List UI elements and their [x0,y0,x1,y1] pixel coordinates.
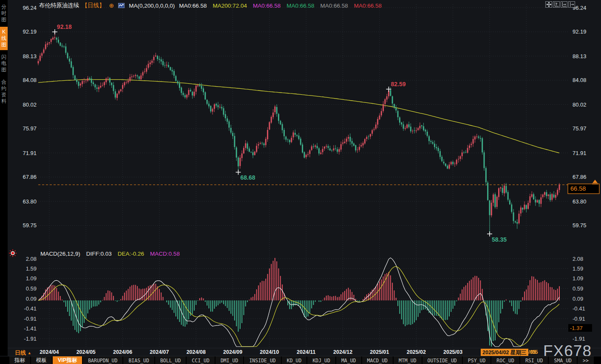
candle-body [207,100,208,104]
macd-bar [137,286,138,300]
scale-x-icon[interactable] [561,1,567,8]
candle-body [282,124,283,130]
candle-body [155,56,156,56]
macd-bar [473,277,473,300]
macd-axis-label-right: -0.91 [573,316,585,322]
sidebar-tab-2[interactable]: 闪 电 图 [0,52,8,75]
toolbar-tab-DMI_UD[interactable]: DMI_UD [215,356,244,364]
candle-body [293,133,294,138]
candle-body [256,146,257,152]
macd-bar [396,298,397,300]
macd-bar [304,300,305,317]
candle-body [335,148,336,149]
toolbar-tab-CCI_UD[interactable]: CCI_UD [187,356,215,364]
chart-plot[interactable]: 2024/042024/052024/062024/072024/082024/… [0,0,601,364]
candle-body [451,162,452,164]
toolbar-tab-RSI_UD[interactable]: RSI_UD [520,356,549,364]
macd-bar [335,296,336,301]
toolbar-tab->>[interactable]: >> [578,356,595,364]
candle-body [85,81,87,81]
toolbar-tab-MACD_UD[interactable]: MACD_UD [362,356,394,364]
candle-body [410,127,411,131]
toolbar-tab-BIAS_UD[interactable]: BIAS_UD [123,356,155,364]
macd-bar [449,300,450,316]
toolbar-tab-SMA_UD[interactable]: SMA_UD [549,356,578,364]
macd-bar [306,300,306,317]
macd-bar [170,300,171,308]
macd-bar [212,300,213,311]
toolbar-tab-BOLL_UD[interactable]: BOLL_UD [155,356,187,364]
toolbar-tab-MTM_UD[interactable]: MTM_UD [394,356,422,364]
macd-bar [496,300,497,333]
macd-bar [163,297,164,300]
toolbar-tab--[interactable]: 指标 [9,356,31,364]
macd-axis-label-right: 0.59 [573,285,583,292]
candle-body [386,96,388,100]
macd-bar [515,300,516,313]
candle-body [550,195,551,200]
macd-bar [544,280,545,301]
candle-body [172,70,173,72]
candle-body [548,195,549,196]
macd-bar [51,285,51,301]
toolbar-tab-ROC_UD[interactable]: ROC_UD [491,356,520,364]
macd-bar [520,300,521,302]
candle-body [102,85,103,85]
toolbar-tab-MA_UD[interactable]: MA_UD [336,356,362,364]
candle-body [417,128,419,130]
candle-body [395,107,397,110]
candle-body [555,195,556,198]
sidebar-tab-0[interactable]: 分 时 图 [0,2,8,25]
pan-icon[interactable] [545,1,552,8]
candle-body [494,194,496,207]
price-axis-label-right: 63.80 [573,198,587,205]
candle-body [371,130,373,133]
macd-bar [141,289,142,300]
macd-axis-label-right: -1.91 [573,336,585,342]
toolbar-tab-OUTSIDE_UD[interactable]: OUTSIDE_UD [422,356,463,364]
candle-body [54,37,55,38]
macd-bar [420,300,420,313]
candle-body [203,88,204,92]
candle-body [529,196,530,203]
plus-circle-icon[interactable]: ⊕ [109,3,114,8]
macd-bar [229,300,230,311]
candle-body [557,190,558,195]
price-axis-label-right: 71.91 [573,150,587,156]
macd-bar [236,300,237,326]
toolbar-tab-KDJ_UD[interactable]: KDJ_UD [307,356,336,364]
candle-body [302,144,303,152]
candle-body [456,160,457,164]
sidebar-tab-1[interactable]: K 线 图 [0,27,8,50]
toolbar-tab-VIP-[interactable]: VIP指标 [53,356,83,364]
toolbar-tab--[interactable]: 模板 [31,356,53,364]
macd-bar [221,300,222,302]
macd-axis-label-left: -1.91 [24,336,37,342]
candlestick-series[interactable] [38,32,560,234]
macd-bar [489,300,490,345]
macd-header: MACD(26,12,9) DIFF:0.03 DEA:-0.26 MACD:0… [40,251,180,257]
macd-bar [509,300,510,302]
toolbar-tab-PSY_UD[interactable]: PSY_UD [463,356,492,364]
macd-series[interactable] [38,258,560,347]
candle-body [315,146,316,147]
x-axis-label: 2024/07 [150,349,169,355]
macd-bar [271,264,272,300]
toolbar-tab-BARUPDN_UD[interactable]: BARUPDN_UD [83,356,123,364]
alert-burst-icon[interactable] [9,249,17,257]
price-axis-label-left: 59.75 [23,222,37,229]
sidebar-tab-3[interactable]: 合 约 资 料 [0,77,8,107]
scale-y-icon[interactable] [553,1,560,8]
macd-bar [531,276,532,300]
shift-right-icon[interactable] [568,1,575,8]
macd-bar [65,300,66,307]
toolbar-tab-KD_UD[interactable]: KD_UD [282,356,308,364]
chart-header: 布伦特原油连续 【日线】 ⊕ MA(0,200,0,0,0,0) MA0:66.… [39,1,382,10]
candle-body [408,124,410,127]
axis-label-partial: /05 [530,349,538,355]
candle-body [553,195,555,198]
candle-body [126,82,127,83]
candle-body [104,82,105,85]
toolbar-tab-INSIDE_UD[interactable]: INSIDE_UD [244,356,281,364]
candle-body [309,150,310,154]
